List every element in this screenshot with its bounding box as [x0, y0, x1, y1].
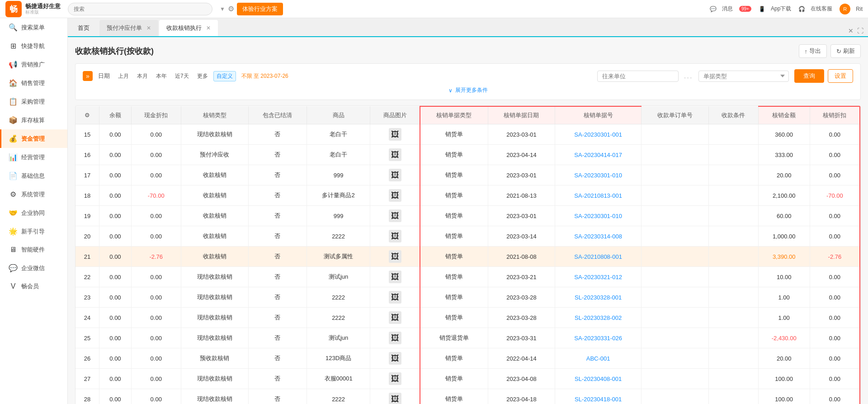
cell-goods_img-28: 🖼: [370, 389, 420, 404]
goods-image-20: 🖼: [389, 230, 401, 242]
search-input[interactable]: [68, 3, 212, 15]
write-off-no-link-19[interactable]: SA-20230301-010: [574, 213, 622, 219]
cell-write_off_no-15: SA-20230301-001: [555, 124, 641, 145]
sidebar-item-collab[interactable]: 🤝 企业协同: [0, 204, 67, 222]
tab-close-all-icon[interactable]: ✕: [848, 27, 854, 34]
sidebar-label-collab: 企业协同: [21, 209, 45, 217]
date-custom[interactable]: 自定义: [213, 71, 236, 81]
table-row: 250.000.00现结收款核销否测试jun🖼销货退货单2023-03-31SA…: [75, 328, 860, 348]
export-btn[interactable]: ↑ 导出: [799, 44, 827, 58]
date-7days[interactable]: 近7天: [172, 71, 192, 81]
settings-icon[interactable]: ⚙: [228, 5, 234, 13]
cell-write_off_amount-19: 60.00: [758, 206, 810, 226]
sidebar-item-wechat[interactable]: 💬 企业微信: [0, 259, 67, 277]
write-off-no-link-15[interactable]: SA-20230301-001: [574, 131, 622, 138]
sidebar-item-sales[interactable]: 🏠 销售管理: [0, 74, 67, 92]
cell-receipt_cond-24: [708, 308, 758, 328]
write-off-no-link-17[interactable]: SA-20230301-010: [574, 172, 622, 179]
tab-prepay-close[interactable]: ✕: [146, 25, 151, 31]
cell-write_off_no-25: SA-20230331-026: [555, 328, 641, 348]
cell-write_off_date-23: 2023-03-28: [488, 287, 555, 308]
sidebar: 🔍 搜索菜单 ⊞ 快捷导航 📢 营销推广 🏠 销售管理 📋 采购管理 📦 库存核…: [0, 18, 68, 404]
cell-receipt_cond-22: [708, 267, 758, 287]
sidebar-item-shortcut[interactable]: ⊞ 快捷导航: [0, 37, 67, 55]
write-off-no-link-20[interactable]: SA-20230314-008: [574, 233, 622, 240]
col-header-balance: 余额: [99, 106, 132, 124]
cell-goods-15: 老白干: [307, 124, 370, 145]
cell-receipt_cond-21: [708, 247, 758, 267]
write-off-no-link-18[interactable]: SA-20210813-001: [574, 192, 622, 199]
write-off-no-link-26[interactable]: ABC-001: [586, 355, 610, 362]
write-off-no-link-16[interactable]: SA-20230414-017: [574, 152, 622, 158]
online-service-group[interactable]: 🎧 在线客服: [798, 5, 832, 13]
write-off-no-link-22[interactable]: SA-20230321-012: [574, 274, 622, 280]
write-off-no-link-24[interactable]: SL-20230328-002: [575, 314, 622, 321]
date-more[interactable]: 更多: [194, 71, 211, 81]
table-row: 220.000.00现结收款核销否测试jun🖼销货单2023-03-21SA-2…: [75, 267, 860, 287]
cell-write_off_amount-21: 3,390.00: [758, 247, 810, 267]
write-off-no-link-25[interactable]: SA-20230331-026: [574, 335, 622, 342]
goods-image-18: 🖼: [389, 189, 401, 202]
cell-included-28: 否: [248, 389, 307, 404]
sidebar-item-system[interactable]: ⚙ 系统管理: [0, 185, 67, 204]
write-off-no-link-23[interactable]: SL-20230328-001: [575, 294, 622, 301]
sidebar-icon-inventory: 📦: [9, 116, 18, 124]
sidebar-item-operation[interactable]: 📊 经营管理: [0, 148, 67, 166]
cell-goods_img-19: 🖼: [370, 206, 420, 226]
col-header-goods_img: 商品图片: [370, 106, 420, 124]
goods-image-28: 🖼: [389, 393, 401, 404]
date-last-month[interactable]: 上月: [115, 71, 132, 81]
tab-home[interactable]: 首页: [69, 20, 99, 36]
doc-type-select[interactable]: [698, 71, 789, 82]
message-group[interactable]: 💬 消息 99+: [710, 5, 751, 13]
cell-receipt_cond-15: [708, 124, 758, 145]
cell-write_off_date-15: 2023-03-01: [488, 124, 555, 145]
industry-btn[interactable]: 体验行业方案: [237, 3, 283, 15]
tab-expand-icon[interactable]: ⛶: [857, 27, 863, 34]
refresh-btn[interactable]: ↻ 刷新: [830, 44, 861, 58]
filter-settings-btn[interactable]: 设置: [828, 69, 853, 83]
sidebar-item-marketing[interactable]: 📢 营销推广: [0, 55, 67, 74]
sidebar-item-purchase[interactable]: 📋 采购管理: [0, 92, 67, 111]
write-off-no-link-21[interactable]: SA-20210808-001: [574, 253, 622, 260]
cell-goods_img-17: 🖼: [370, 165, 420, 185]
cell-receipt_order-15: [641, 124, 708, 145]
sidebar-item-inventory[interactable]: 📦 库存核算: [0, 111, 67, 129]
cell-receipt_order-28: [641, 389, 708, 404]
cell-receipt_order-26: [641, 348, 708, 369]
filter-expand-btn[interactable]: »: [83, 71, 93, 81]
sidebar-item-basic[interactable]: 📄 基础信息: [0, 166, 67, 185]
sidebar-item-member[interactable]: V 畅会员: [0, 277, 67, 295]
date-this-year[interactable]: 本年: [153, 71, 170, 81]
tab-receipt[interactable]: 收款核销执行 ✕: [159, 20, 218, 36]
cell-cash_discount-21: -2.76: [131, 247, 181, 267]
cell-receipt_order-22: [641, 267, 708, 287]
counterpart-input[interactable]: [597, 71, 679, 82]
app-download-group[interactable]: 📱 App下载: [759, 5, 791, 13]
col-header-write_off_discount: 核销折扣: [810, 106, 860, 124]
cell-write_off_date-26: 2022-04-14: [488, 348, 555, 369]
tab-receipt-close[interactable]: ✕: [206, 25, 211, 31]
sidebar-item-finance[interactable]: 💰 资金管理: [0, 129, 67, 148]
sidebar-item-search[interactable]: 🔍 搜索菜单: [0, 18, 67, 37]
col-header-receipt_order: 收款单订单号: [641, 106, 708, 124]
tab-prepay[interactable]: 预付冲应付单 ✕: [99, 20, 158, 36]
date-this-month[interactable]: 本月: [134, 71, 151, 81]
cell-goods-20: 2222: [307, 226, 370, 247]
table-row: 270.000.00现结收款核销否衣服00001🖼销货单2023-04-08SL…: [75, 369, 860, 389]
cell-cash_discount-18: -70.00: [131, 185, 181, 206]
cell-type-16: 预付冲应收: [181, 145, 248, 165]
cell-write_off_date-20: 2023-03-14: [488, 226, 555, 247]
query-btn[interactable]: 查询: [794, 69, 824, 83]
cell-goods_img-18: 🖼: [370, 185, 420, 206]
cell-write_off_type-21: 销货单: [420, 247, 488, 267]
sidebar-item-guide[interactable]: 🌟 新手引导: [0, 222, 67, 241]
search-bar[interactable]: [68, 3, 212, 15]
cell-write_off_type-23: 销货单: [420, 287, 488, 308]
write-off-no-link-28[interactable]: SL-20230418-001: [575, 396, 622, 403]
write-off-no-link-27[interactable]: SL-20230408-001: [575, 375, 622, 382]
user-group[interactable]: R Rit: [840, 4, 863, 14]
sidebar-item-hardware[interactable]: 🖥 智能硬件: [0, 241, 67, 259]
cell-balance-15: 0.00: [99, 124, 132, 145]
expand-more-row[interactable]: ∨ 展开更多条件: [83, 86, 853, 94]
